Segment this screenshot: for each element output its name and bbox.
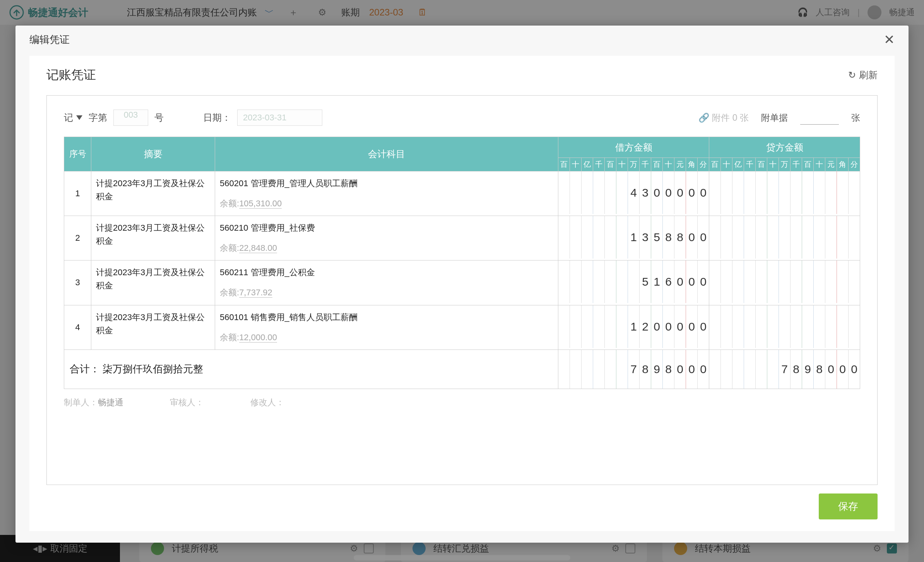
row-credit[interactable] [709,171,860,216]
th-digit: 十 [721,158,732,171]
digit-cell [849,260,860,303]
digit-cell [605,350,616,389]
th-digit: 十 [767,158,779,171]
row-account[interactable]: 560201 管理费用_管理人员职工薪酬余额:105,310.00 [215,171,558,216]
table-row[interactable]: 1计提2023年3月工资及社保公积金560201 管理费用_管理人员职工薪酬余额… [64,171,860,216]
digit-cell [628,260,640,303]
th-digit: 十 [616,158,628,171]
digit-cell: 8 [674,216,686,259]
digit-cell: 0 [674,260,686,303]
row-summary[interactable]: 计提2023年3月工资及社保公积金 [91,216,215,260]
digit-cell: 6 [663,260,674,303]
th-digit: 万 [779,158,791,171]
save-button[interactable]: 保存 [819,493,878,519]
digit-cell: 0 [698,260,709,303]
digit-cell [756,260,767,303]
digit-cell [814,216,825,259]
digit-cell [709,171,721,214]
digit-cell: 8 [814,350,825,389]
zhang-label: 张 [851,112,860,124]
row-num: 3 [64,260,91,305]
digit-cell [582,305,593,348]
digit-cell [558,171,570,214]
row-num: 1 [64,171,91,216]
digit-cell [767,260,779,303]
digit-cell: 3 [640,216,651,259]
attach-doc-input[interactable] [800,111,839,125]
date-label: 日期： [203,111,231,124]
digit-cell: 8 [640,350,651,389]
digit-cell [570,260,582,303]
home-indicator [354,555,570,560]
row-credit[interactable] [709,260,860,305]
voucher-type-select[interactable]: 记 [64,111,82,124]
th-num: 序号 [64,137,91,171]
digit-cell [837,260,849,303]
refresh-button[interactable]: ↻ 刷新 [848,69,878,81]
digit-cell [570,305,582,348]
row-credit[interactable] [709,216,860,260]
row-debit[interactable]: 1358800 [558,216,709,260]
digit-cell: 0 [837,350,849,389]
digit-cell: 0 [674,350,686,389]
table-row[interactable]: 3计提2023年3月工资及社保公积金560211 管理费用_公积金余额:7,73… [64,260,860,305]
close-icon[interactable]: ✕ [884,33,895,46]
digit-cell: 0 [825,350,837,389]
voucher-number-input[interactable]: 003 [113,110,148,126]
digit-cell: 2 [640,305,651,348]
digit-cell [767,305,779,348]
digit-cell [616,171,628,214]
row-debit[interactable]: 4300000 [558,171,709,216]
digit-cell [593,171,605,214]
digit-cell: 5 [651,216,663,259]
th-digit: 亿 [732,158,744,171]
digit-cell [582,260,593,303]
digit-cell [582,350,593,389]
auditor-label: 审核人： [170,397,204,408]
maker-label: 制单人： [64,398,98,407]
th-digit: 百 [756,158,767,171]
total-credit: 7898000 [709,350,860,389]
row-account[interactable]: 560210 管理费用_社保费余额:22,848.00 [215,216,558,260]
digit-cell: 0 [698,305,709,348]
th-digit: 千 [640,158,651,171]
th-digit: 十 [814,158,825,171]
row-balance: 余额:12,000.00 [220,331,553,344]
row-summary[interactable]: 计提2023年3月工资及社保公积金 [91,305,215,350]
th-credit: 贷方金额 [709,137,860,158]
digit-cell: 0 [674,305,686,348]
digit-cell [779,171,791,214]
digit-cell [791,171,802,214]
attachment-link[interactable]: 🔗 附件 0 张 [698,112,749,124]
row-account[interactable]: 560211 管理费用_公积金余额:7,737.92 [215,260,558,305]
digit-cell [767,350,779,389]
ji-label: 记 [64,111,73,124]
row-account[interactable]: 560101 销售费用_销售人员职工薪酬余额:12,000.00 [215,305,558,350]
digit-cell: 0 [686,305,698,348]
row-balance: 余额:105,310.00 [220,197,553,210]
row-summary[interactable]: 计提2023年3月工资及社保公积金 [91,171,215,216]
digit-cell [849,216,860,259]
row-debit[interactable]: 516000 [558,260,709,305]
digit-cell [721,171,732,214]
digit-cell: 9 [651,350,663,389]
refresh-label: 刷新 [859,69,878,81]
digit-cell [756,171,767,214]
row-debit[interactable]: 1200000 [558,305,709,350]
table-row[interactable]: 2计提2023年3月工资及社保公积金560210 管理费用_社保费余额:22,8… [64,216,860,260]
digit-cell: 0 [686,350,698,389]
row-credit[interactable] [709,305,860,350]
digit-cell: 4 [628,171,640,214]
digit-cell: 0 [663,305,674,348]
table-row[interactable]: 4计提2023年3月工资及社保公积金560101 销售费用_销售人员职工薪酬余额… [64,305,860,350]
voucher-footer: 制单人：畅捷通 审核人： 修改人： [64,397,860,408]
digit-cell [814,171,825,214]
row-summary[interactable]: 计提2023年3月工资及社保公积金 [91,260,215,305]
digit-cell [582,216,593,259]
digit-cell [709,216,721,259]
digit-cell [837,216,849,259]
digit-cell: 0 [849,350,860,389]
date-input[interactable]: 2023-03-31 [237,110,322,126]
digit-cell [849,305,860,348]
digit-cell [756,350,767,389]
